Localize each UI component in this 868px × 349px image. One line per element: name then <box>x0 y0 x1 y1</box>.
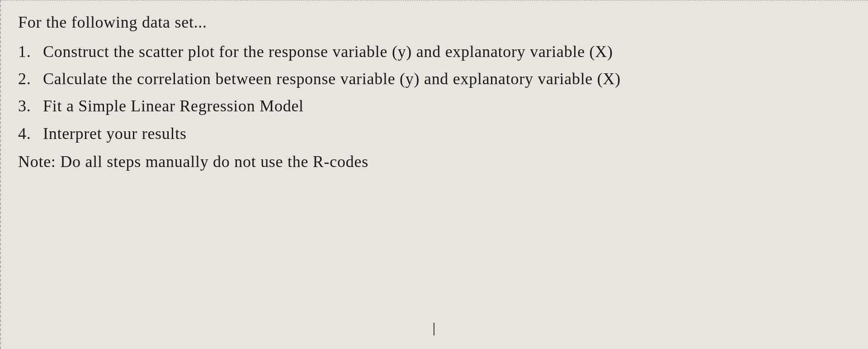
list-number-2: 2. <box>18 67 43 91</box>
list-item: 1. Construct the scatter plot for the re… <box>18 40 854 63</box>
list-number-1: 1. <box>18 40 43 63</box>
page-container: For the following data set... 1. Constru… <box>0 0 868 349</box>
list-text-1: Construct the scatter plot for the respo… <box>43 40 854 63</box>
list-number-4: 4. <box>18 122 43 145</box>
intro-text: For the following data set... <box>18 13 854 32</box>
list-number-3: 3. <box>18 94 43 118</box>
list-item: 2. Calculate the correlation between res… <box>18 67 854 91</box>
list-item: 4. Interpret your results <box>18 122 854 145</box>
list-text-4: Interpret your results <box>43 122 854 145</box>
text-cursor <box>434 323 434 335</box>
note-text: Note: Do all steps manually do not use t… <box>18 150 854 173</box>
main-content: For the following data set... 1. Constru… <box>14 8 854 173</box>
list-text-3: Fit a Simple Linear Regression Model <box>43 94 854 118</box>
list-text-2: Calculate the correlation between respon… <box>43 67 854 91</box>
top-border <box>0 0 868 1</box>
left-border <box>0 0 1 349</box>
list-item: 3. Fit a Simple Linear Regression Model <box>18 94 854 118</box>
numbered-list: 1. Construct the scatter plot for the re… <box>18 40 854 145</box>
